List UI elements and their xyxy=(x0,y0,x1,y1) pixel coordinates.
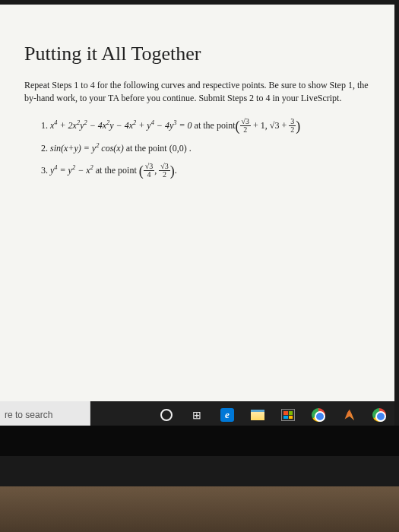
problem-text: at the point (0,0) . xyxy=(126,143,192,154)
monitor-base xyxy=(0,426,399,456)
task-view-icon[interactable]: ⊞ xyxy=(182,401,212,429)
problem-math: y4 = y2 − x2 xyxy=(50,165,93,176)
problem-list: x4 + 2x2y2 − 4x2y − 4x2 + y4 − 4y3 = 0 a… xyxy=(24,114,373,183)
cortana-icon[interactable] xyxy=(151,401,182,429)
search-text: re to search xyxy=(5,410,52,420)
document-content: Putting it All Together Repeat Steps 1 t… xyxy=(0,5,394,200)
chrome-icon[interactable] xyxy=(364,401,394,429)
problem-item: x4 + 2x2y2 − 4x2y − 4x2 + y4 − 4y3 = 0 a… xyxy=(50,114,373,138)
monitor-bezel: Putting it All Together Repeat Steps 1 t… xyxy=(0,0,399,486)
edge-icon[interactable]: e xyxy=(212,401,242,429)
desk-surface xyxy=(0,486,399,532)
problem-math: x4 + 2x2y2 − 4x2y − 4x2 + y4 − 4y3 = 0 xyxy=(50,120,192,131)
windows-taskbar: re to search ⊞ e xyxy=(0,401,394,429)
intro-paragraph: Repeat Steps 1 to 4 for the following cu… xyxy=(24,79,373,105)
search-input[interactable]: re to search xyxy=(0,401,90,429)
problem-item: sin(x+y) = y2 cos(x) at the point (0,0) … xyxy=(50,140,373,157)
problem-text: at the point xyxy=(96,165,139,176)
problem-item: y4 = y2 − x2 at the point (√34, √32). xyxy=(50,159,373,183)
store-icon[interactable] xyxy=(273,401,303,429)
taskbar-icons-group: ⊞ e xyxy=(151,401,394,429)
screen-area: Putting it All Together Repeat Steps 1 t… xyxy=(0,5,394,429)
matlab-icon[interactable] xyxy=(334,401,364,429)
page-title: Putting it All Together xyxy=(24,43,373,65)
chrome-icon[interactable] xyxy=(303,401,334,429)
problem-text: at the point xyxy=(195,120,236,131)
problem-math: sin(x+y) = y2 cos(x) xyxy=(50,143,124,154)
file-explorer-icon[interactable] xyxy=(242,401,273,429)
